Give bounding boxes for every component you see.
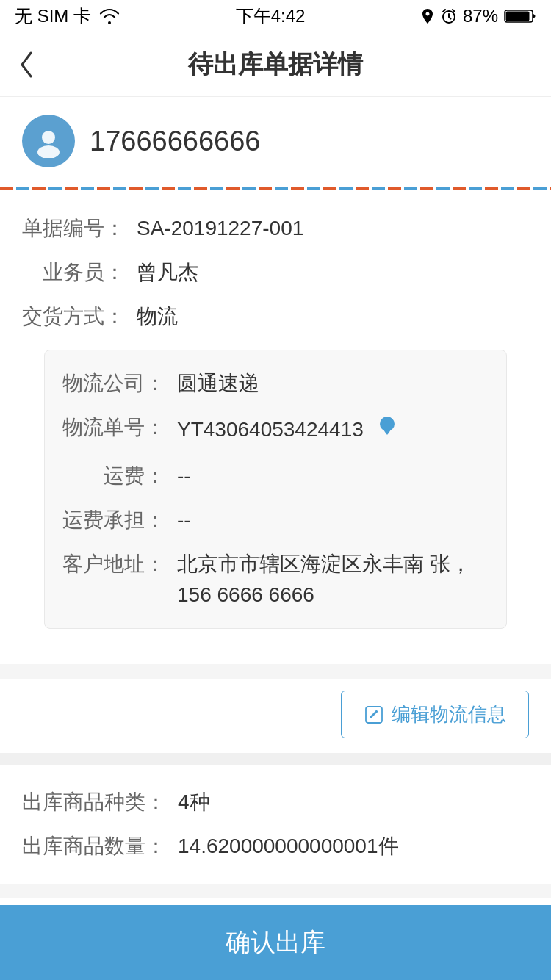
status-bar: 无 SIM 卡 下午4:42 87% <box>0 0 551 32</box>
dashed-divider <box>0 185 551 191</box>
battery-icon <box>504 8 536 24</box>
tracking-value-row: YT43064053424413 <box>177 412 489 447</box>
back-button[interactable] <box>18 50 35 79</box>
order-number-label: 单据编号： <box>22 213 125 244</box>
address-value: 北京市市辖区海淀区永丰南 张，156 6666 6666 <box>177 549 489 610</box>
wifi-icon <box>98 8 120 24</box>
delivery-method-row: 交货方式： 物流 <box>22 301 529 332</box>
location-status-icon <box>420 7 435 25</box>
svg-rect-2 <box>506 12 530 21</box>
battery-label: 87% <box>463 6 498 26</box>
tracking-label: 物流单号： <box>62 412 165 443</box>
order-number-value: SA-20191227-001 <box>137 213 529 244</box>
salesman-value: 曾凡杰 <box>137 257 529 288</box>
tracking-number-value: YT43064053424413 <box>177 414 364 445</box>
delivery-method-label: 交货方式： <box>22 301 125 332</box>
alarm-icon <box>441 8 457 24</box>
goods-quantity-value: 14.620000000000001件 <box>178 831 529 862</box>
edit-logistics-button[interactable]: 编辑物流信息 <box>341 691 529 738</box>
goods-types-label: 出库商品种类： <box>22 787 166 818</box>
nav-bar: 待出库单据详情 <box>0 32 551 97</box>
section-divider <box>0 753 551 765</box>
user-phone: 17666666666 <box>90 126 260 157</box>
carrier-label: 无 SIM 卡 <box>15 4 91 28</box>
user-header: 17666666666 <box>0 97 551 185</box>
logistics-company-label: 物流公司： <box>62 368 165 399</box>
salesman-label: 业务员： <box>22 257 125 288</box>
order-number-row: 单据编号： SA-20191227-001 <box>22 213 529 244</box>
page-title: 待出库单据详情 <box>188 48 363 82</box>
time-label: 下午4:42 <box>236 4 306 28</box>
goods-section: 出库商品种类： 4种 出库商品数量： 14.620000000000001件 <box>0 765 551 884</box>
edit-logistics-label: 编辑物流信息 <box>392 702 506 727</box>
freight-value: -- <box>177 461 489 491</box>
goods-quantity-row: 出库商品数量： 14.620000000000001件 <box>22 831 529 862</box>
freight-label: 运费： <box>62 461 165 491</box>
logistics-company-row: 物流公司： 圆通速递 <box>62 368 489 399</box>
tracking-number-row: 物流单号： YT43064053424413 <box>62 412 489 447</box>
svg-point-3 <box>42 131 55 144</box>
status-right: 87% <box>420 6 536 26</box>
delivery-method-value: 物流 <box>137 301 529 332</box>
freight-bearer-label: 运费承担： <box>62 505 165 536</box>
salesman-row: 业务员： 曾凡杰 <box>22 257 529 288</box>
freight-bearer-value: -- <box>177 505 489 536</box>
freight-bearer-row: 运费承担： -- <box>62 505 489 536</box>
edit-btn-row: 编辑物流信息 <box>0 679 551 753</box>
confirm-btn-wrap: 确认出库 <box>0 905 551 980</box>
goods-types-row: 出库商品种类： 4种 <box>22 787 529 818</box>
logistics-card: 物流公司： 圆通速递 物流单号： YT43064053424413 运费： <box>44 350 507 629</box>
confirm-outbound-button[interactable]: 确认出库 <box>0 926 551 959</box>
address-label: 客户地址： <box>62 549 165 580</box>
goods-quantity-label: 出库商品数量： <box>22 831 166 862</box>
freight-row: 运费： -- <box>62 461 489 491</box>
order-info-section: 单据编号： SA-20191227-001 业务员： 曾凡杰 交货方式： 物流 … <box>0 191 551 664</box>
goods-types-value: 4种 <box>178 787 529 818</box>
status-left: 无 SIM 卡 <box>15 4 120 28</box>
map-location-icon[interactable] <box>375 412 399 447</box>
user-avatar <box>22 115 75 167</box>
svg-point-4 <box>37 145 60 158</box>
logistics-company-value: 圆通速递 <box>177 368 489 399</box>
address-row: 客户地址： 北京市市辖区海淀区永丰南 张，156 6666 6666 <box>62 549 489 610</box>
